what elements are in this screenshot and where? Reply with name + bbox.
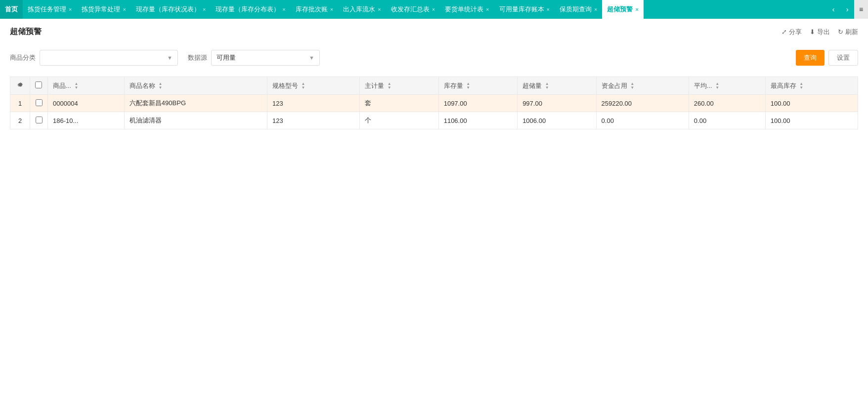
nav-more-button[interactable]: ≡ bbox=[854, 0, 868, 19]
close-tab-4[interactable]: × bbox=[282, 6, 285, 12]
row-unit-0: 套 bbox=[360, 95, 438, 112]
nav-item-6[interactable]: 出入库流水 × bbox=[338, 0, 386, 19]
row-spec-0: 123 bbox=[267, 95, 359, 112]
filter-actions: 查询 设置 bbox=[796, 50, 858, 66]
datasource-select[interactable]: 可用量 ▼ bbox=[211, 50, 320, 66]
gear-icon[interactable] bbox=[15, 81, 23, 89]
close-tab-6[interactable]: × bbox=[378, 6, 381, 12]
th-product-name: 商品名称 ▲▼ bbox=[124, 77, 267, 95]
th-capital: 资金占用 ▲▼ bbox=[596, 77, 689, 95]
nav-item-3[interactable]: 现存量（库存状况表） × bbox=[131, 0, 211, 19]
close-tab-8[interactable]: × bbox=[486, 6, 489, 12]
row-unit-1: 个 bbox=[360, 112, 438, 129]
nav-item-7[interactable]: 收发存汇总表 × bbox=[386, 0, 440, 19]
close-tab-3[interactable]: × bbox=[203, 6, 206, 12]
close-tab-5[interactable]: × bbox=[330, 6, 333, 12]
sort-product-name-icon[interactable]: ▲▼ bbox=[158, 82, 162, 90]
datasource-select-value: 可用量 bbox=[217, 53, 236, 62]
row-check-1 bbox=[30, 112, 48, 129]
nav-item-9[interactable]: 可用量库存账本 × bbox=[494, 0, 555, 19]
table-header: 商品... ▲▼ 商品名称 ▲▼ 规格型号 ▲▼ 主计量 ▲▼ 库存量 ▲▼ bbox=[10, 77, 858, 95]
th-avg: 平均... ▲▼ bbox=[689, 77, 765, 95]
sort-unit-icon[interactable]: ▲▼ bbox=[388, 82, 391, 90]
share-button[interactable]: ⤢ 分享 bbox=[781, 28, 802, 37]
nav-item-home[interactable]: 首页 bbox=[0, 0, 23, 19]
th-spec: 规格型号 ▲▼ bbox=[267, 77, 359, 95]
sort-capital-icon[interactable]: ▲▼ bbox=[630, 82, 634, 90]
nav-item-2[interactable]: 拣货异常处理 × bbox=[77, 0, 130, 19]
sort-avg-icon[interactable]: ▲▼ bbox=[715, 82, 719, 90]
row-num-1: 2 bbox=[10, 112, 30, 129]
sort-max-stock-icon[interactable]: ▲▼ bbox=[799, 82, 803, 90]
close-tab-2[interactable]: × bbox=[123, 6, 126, 12]
export-icon: ⬇ bbox=[810, 28, 815, 36]
close-tab-10[interactable]: × bbox=[594, 6, 597, 12]
close-tab-1[interactable]: × bbox=[69, 6, 72, 12]
table-body: 1 0000004 六配套新昌490BPG 123 套 1097.00 997.… bbox=[10, 95, 858, 129]
row-stock-1: 1106.00 bbox=[438, 112, 517, 129]
select-all-checkbox[interactable] bbox=[35, 81, 42, 88]
sort-spec-icon[interactable]: ▲▼ bbox=[302, 82, 305, 90]
sort-product-code-icon[interactable]: ▲▼ bbox=[74, 82, 78, 90]
share-icon: ⤢ bbox=[781, 28, 787, 36]
row-spec-1: 123 bbox=[267, 112, 359, 129]
nav-item-5[interactable]: 库存批次账 × bbox=[291, 0, 338, 19]
table-row: 2 186-10... 机油滤清器 123 个 1106.00 1006.00 … bbox=[10, 112, 858, 129]
th-overstock: 超储量 ▲▼ bbox=[518, 77, 596, 95]
th-unit: 主计量 ▲▼ bbox=[360, 77, 438, 95]
table-row: 1 0000004 六配套新昌490BPG 123 套 1097.00 997.… bbox=[10, 95, 858, 112]
refresh-button[interactable]: ↻ 刷新 bbox=[838, 28, 858, 37]
row-product-code-0: 0000004 bbox=[48, 95, 125, 112]
th-stock: 库存量 ▲▼ bbox=[438, 77, 517, 95]
row-avg-0: 260.00 bbox=[689, 95, 765, 112]
filter-bar: 商品分类 ▼ 数据源 可用量 ▼ 查询 设置 bbox=[10, 45, 858, 71]
row-product-code-1: 186-10... bbox=[48, 112, 125, 129]
datasource-chevron-icon: ▼ bbox=[309, 55, 314, 61]
row-overstock-1: 1006.00 bbox=[518, 112, 596, 129]
row-product-name-1: 机油滤清器 bbox=[124, 112, 267, 129]
category-chevron-icon: ▼ bbox=[167, 55, 173, 61]
settings-button[interactable]: 设置 bbox=[828, 50, 858, 66]
row-checkbox-0[interactable] bbox=[36, 99, 43, 106]
row-check-0 bbox=[30, 95, 48, 112]
export-button[interactable]: ⬇ 导出 bbox=[810, 28, 830, 37]
close-tab-7[interactable]: × bbox=[432, 6, 435, 12]
nav-item-4[interactable]: 现存量（库存分布表） × bbox=[211, 0, 290, 19]
header-actions: ⤢ 分享 ⬇ 导出 ↻ 刷新 bbox=[781, 28, 858, 37]
page-title: 超储预警 bbox=[10, 27, 42, 37]
row-product-name-0: 六配套新昌490BPG bbox=[124, 95, 267, 112]
row-overstock-0: 997.00 bbox=[518, 95, 596, 112]
close-tab-11[interactable]: × bbox=[635, 6, 638, 12]
nav-item-10[interactable]: 保质期查询 × bbox=[555, 0, 602, 19]
page-header: 超储预警 ⤢ 分享 ⬇ 导出 ↻ 刷新 bbox=[10, 27, 858, 37]
category-filter-group: 商品分类 ▼ bbox=[10, 50, 178, 66]
th-product-code: 商品... ▲▼ bbox=[48, 77, 125, 95]
nav-arrows: ‹ › ≡ bbox=[826, 0, 868, 19]
page-content: 超储预警 ⤢ 分享 ⬇ 导出 ↻ 刷新 商品分类 ▼ 数据源 bbox=[0, 19, 868, 137]
th-checkbox bbox=[30, 77, 48, 95]
nav-item-1[interactable]: 拣货任务管理 × bbox=[23, 0, 77, 19]
row-max-stock-0: 100.00 bbox=[765, 95, 858, 112]
close-tab-9[interactable]: × bbox=[547, 6, 550, 12]
category-select[interactable]: ▼ bbox=[40, 50, 178, 66]
category-label: 商品分类 bbox=[10, 53, 36, 62]
data-table: 商品... ▲▼ 商品名称 ▲▼ 规格型号 ▲▼ 主计量 ▲▼ 库存量 ▲▼ bbox=[10, 77, 858, 129]
nav-next-button[interactable]: › bbox=[840, 0, 854, 19]
nav-prev-button[interactable]: ‹ bbox=[826, 0, 840, 19]
sort-overstock-icon[interactable]: ▲▼ bbox=[545, 82, 549, 90]
sort-stock-icon[interactable]: ▲▼ bbox=[466, 82, 470, 90]
top-navigation: 首页 拣货任务管理 × 拣货异常处理 × 现存量（库存状况表） × 现存量（库存… bbox=[0, 0, 868, 19]
datasource-filter-group: 数据源 可用量 ▼ bbox=[188, 50, 320, 66]
row-max-stock-1: 100.00 bbox=[765, 112, 858, 129]
query-button[interactable]: 查询 bbox=[796, 50, 825, 66]
row-capital-1: 0.00 bbox=[596, 112, 689, 129]
row-capital-0: 259220.00 bbox=[596, 95, 689, 112]
row-num-0: 1 bbox=[10, 95, 30, 112]
datasource-label: 数据源 bbox=[188, 53, 207, 62]
row-checkbox-1[interactable] bbox=[36, 117, 43, 123]
refresh-icon: ↻ bbox=[838, 28, 843, 36]
nav-item-11[interactable]: 超储预警 × bbox=[602, 0, 643, 19]
nav-item-8[interactable]: 要货单统计表 × bbox=[440, 0, 494, 19]
row-avg-1: 0.00 bbox=[689, 112, 765, 129]
th-gear bbox=[10, 77, 30, 95]
